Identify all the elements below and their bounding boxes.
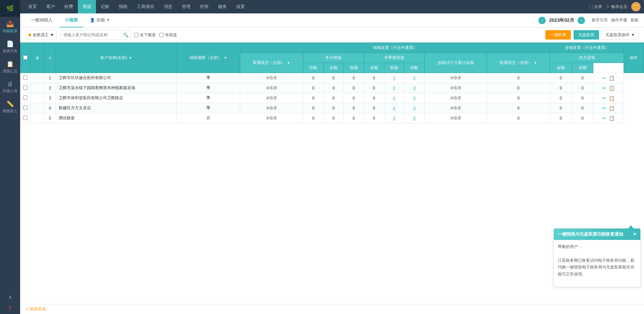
nav-manage[interactable]: 管理: [177, 0, 195, 13]
refresh-btn[interactable]: 刷新: [631, 17, 639, 23]
row-settings: [31, 113, 44, 123]
row-checkbox[interactable]: [20, 73, 31, 83]
out-q-tax-link[interactable]: 0: [393, 106, 395, 111]
search-input[interactable]: [61, 33, 121, 37]
edit-icon[interactable]: ✏: [602, 116, 606, 121]
sidebar-item-download[interactable]: ⬇: [0, 292, 20, 303]
sidebar-item-invoice-entry[interactable]: ✏️ 票据录入: [0, 97, 20, 117]
smart-fetch-icon: 📥: [6, 20, 14, 27]
row-num: 3: [44, 93, 56, 103]
fetch-in-filter-icon[interactable]: ▼: [534, 61, 537, 65]
diskless-ops-btn[interactable]: 无盘取票操作 ▼: [602, 30, 639, 40]
nav-invoice[interactable]: 票据: [78, 0, 96, 13]
cumulative-link[interactable]: 0: [413, 106, 416, 111]
row-select-checkbox[interactable]: [23, 75, 28, 80]
sidebar-item-invoice-summary[interactable]: 📋 票据汇总: [0, 57, 20, 77]
member-btn[interactable]: ▷ 畅享会员: [606, 4, 627, 10]
view-icon[interactable]: 📋: [609, 116, 614, 121]
one-key-fetch-btn[interactable]: 一键取票: [545, 30, 571, 40]
client-filter-icon[interactable]: ▼: [129, 56, 132, 60]
row-num: 5: [44, 113, 56, 123]
nav-service[interactable]: 服务: [213, 0, 231, 13]
row-select-checkbox[interactable]: [23, 116, 28, 120]
date-next-btn[interactable]: ›: [578, 17, 585, 24]
sidebar-item-smart-fetch[interactable]: 📥 智能取票: [0, 17, 20, 37]
row-fetch-in: 未取票: [425, 113, 487, 123]
guide-btn[interactable]: 新手引导: [592, 17, 608, 23]
nav-operation[interactable]: 经营: [195, 0, 213, 13]
row-fetch-in: 未取票: [425, 93, 487, 103]
employee-filter[interactable]: 全部员工 ▼: [25, 30, 57, 40]
cumulative-link[interactable]: 0: [413, 116, 416, 121]
edit-icon[interactable]: ✏: [602, 75, 606, 81]
row-in-m-count: 0: [487, 83, 550, 93]
my-account-filter[interactable]: 名下账套: [134, 32, 156, 38]
fetch-out-filter-icon[interactable]: ▼: [287, 61, 290, 65]
cumulative-link[interactable]: 0: [413, 86, 416, 90]
row-in-m-amount: 0: [550, 103, 572, 113]
col-out-q-amount: 金额: [364, 63, 384, 73]
sidebar-item-help[interactable]: ❓: [0, 303, 20, 314]
out-q-tax-link[interactable]: 0: [393, 96, 395, 101]
edit-icon[interactable]: ✏: [602, 85, 606, 91]
manual-btn[interactable]: 操作手册: [611, 17, 627, 23]
my-account-checkbox[interactable]: [134, 33, 139, 37]
tab-small[interactable]: 小规模: [59, 13, 83, 27]
nav-home[interactable]: 首页: [23, 0, 42, 13]
sidebar-item-scan-upload[interactable]: 🖨 扫描上传: [0, 77, 20, 97]
user-avatar[interactable]: 😊: [631, 2, 641, 11]
nav-business[interactable]: 工商项目: [132, 0, 159, 13]
table-container: ⚙ # 客户名称(全部) ▼ 纳税期限（全部） ▼ 销项发票（不合作废票） 进项…: [20, 43, 644, 304]
row-select-checkbox[interactable]: [23, 96, 28, 100]
nav-tax[interactable]: 报税: [114, 0, 132, 13]
search-button[interactable]: 🔍: [121, 30, 130, 40]
notification-close-btn[interactable]: ×: [633, 231, 636, 237]
out-q-tax-link[interactable]: 0: [393, 116, 395, 121]
row-select-checkbox[interactable]: [23, 106, 28, 110]
view-icon[interactable]: 📋: [609, 106, 614, 111]
row-out-q-amount: 0: [364, 113, 384, 123]
period-filter-icon[interactable]: ▼: [224, 56, 227, 60]
tab-all-label: 全能: [96, 17, 105, 23]
table-row: 2 卫辉市汲水镇下园闻香阁营木种植家庭农场 季 未取票 0 0 0 0 0 0 …: [20, 83, 644, 93]
row-settings: [31, 103, 44, 113]
edit-icon[interactable]: ✏: [602, 96, 606, 101]
row-in-m-amount: 0: [550, 113, 572, 123]
filter-dot: [29, 34, 31, 36]
nav-accounting[interactable]: 记账: [96, 0, 114, 13]
row-num: 2: [44, 83, 56, 93]
row-period: 季: [177, 83, 240, 93]
has-tax-filter[interactable]: 有税盘: [159, 32, 177, 38]
row-select-checkbox[interactable]: [23, 85, 28, 90]
diskless-ops-chevron: ▼: [631, 33, 635, 37]
logo-icon: 🌿: [6, 5, 14, 12]
edit-icon[interactable]: ✏: [602, 106, 606, 111]
row-checkbox[interactable]: [20, 113, 31, 123]
sidebar-item-issue-invoice[interactable]: 📄 发票开具: [0, 37, 20, 57]
nav-message[interactable]: 消息: [159, 0, 177, 13]
date-prev-btn[interactable]: ‹: [538, 17, 546, 24]
cumulative-link[interactable]: 0: [413, 96, 416, 101]
has-tax-checkbox[interactable]: [159, 33, 164, 37]
tab-all[interactable]: 👤 全能 ▼: [85, 13, 115, 27]
out-q-tax-link[interactable]: 0: [393, 76, 395, 80]
view-icon[interactable]: 📋: [609, 96, 614, 101]
table-body: 1 卫辉市玖玖健合医药有限公司 季 未取票 0 0 0 0 0 0 未取票 0 …: [20, 73, 644, 123]
fullscreen-btn[interactable]: ⛶ 全屏: [589, 4, 602, 10]
nav-client[interactable]: 客户: [42, 0, 60, 13]
row-cumulative: 0: [404, 113, 424, 123]
view-icon[interactable]: 📋: [609, 75, 614, 81]
notification-scroll[interactable]: 尊敬的用户： 江苏政务网已恢复访问电子税务局功能，易代账一键登陆电子税务局与无盘…: [558, 243, 636, 284]
nav-settings[interactable]: 设置: [231, 0, 250, 13]
row-checkbox[interactable]: [20, 103, 31, 113]
diskless-fetch-btn[interactable]: 无盘取票: [574, 30, 599, 40]
row-checkbox[interactable]: [20, 93, 31, 103]
select-all-checkbox[interactable]: [23, 55, 28, 60]
out-q-tax-link[interactable]: 0: [393, 86, 395, 90]
cumulative-link[interactable]: 0: [413, 76, 416, 80]
tab-general[interactable]: 一般纳税人: [25, 13, 58, 27]
view-icon[interactable]: 📋: [609, 85, 614, 91]
row-checkbox[interactable]: [20, 83, 31, 93]
tax-policy-link[interactable]: ⊙ 税务政策: [25, 306, 46, 312]
nav-billing[interactable]: 收费: [60, 0, 78, 13]
